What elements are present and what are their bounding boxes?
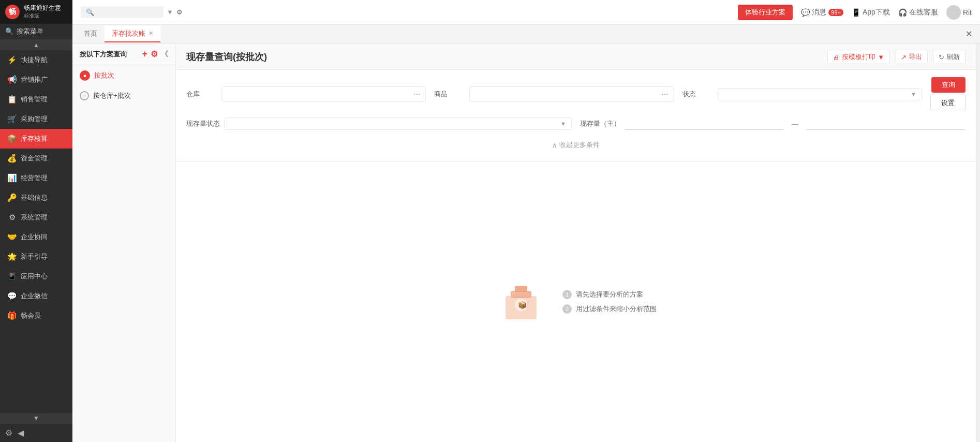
sidebar-item-2[interactable]: 📋 销售管理 (0, 90, 72, 109)
app-info: 畅康通好生意 标准版 (24, 4, 61, 20)
sidebar-footer: ⚙ ◀ (0, 423, 72, 442)
online-service-label: 在线客服 (909, 8, 938, 17)
right-panel: 现存量查询(按批次) 🖨 按模板打印 ▼ ↗ 导出 ↻ 刷新 (176, 43, 976, 442)
topbar-chevron-icon[interactable]: ▼ (167, 8, 173, 16)
sidebar-item-label-4: 库存核算 (21, 134, 48, 143)
left-panel-item-active-dot: ● (80, 70, 90, 81)
tip-text-2: 用过滤条件来缩小分析范围 (576, 304, 657, 314)
page-header-actions: 🖨 按模板打印 ▼ ↗ 导出 ↻ 刷新 (827, 50, 966, 64)
collapse-more-btn[interactable]: ∧ 收起更多条件 (186, 136, 966, 154)
warehouse-input[interactable]: ··· (221, 86, 426, 102)
user-area[interactable]: Rit (946, 5, 972, 20)
tab-home-label: 首页 (84, 30, 97, 37)
inventory-qty-from[interactable] (625, 117, 784, 130)
app-download-label: App下载 (863, 8, 890, 17)
sidebar-item-4[interactable]: 📦 库存核算 (0, 129, 72, 149)
trial-btn[interactable]: 体验行业方案 (738, 5, 793, 20)
inventory-qty-dash: — (792, 120, 798, 128)
export-btn[interactable]: ↗ 导出 (895, 50, 928, 64)
page-header: 现存量查询(按批次) 🖨 按模板打印 ▼ ↗ 导出 ↻ 刷新 (176, 43, 976, 70)
query-btn[interactable]: 查询 (931, 77, 966, 93)
topbar-search-box[interactable]: 🔍 (81, 6, 164, 18)
sidebar-item-label-12: 企业微信 (21, 291, 48, 301)
sidebar-scroll-up[interactable]: ▲ (0, 40, 72, 50)
sidebar-item-label-11: 应用中心 (21, 272, 48, 281)
sidebar-item-label-8: 系统管理 (21, 213, 48, 222)
sidebar-item-13[interactable]: 🎁 畅会员 (0, 306, 72, 326)
sidebar-item-icon-13: 🎁 (7, 311, 17, 320)
sidebar-item-icon-8: ⚙ (7, 213, 17, 222)
empty-illustration: 📦 (495, 275, 547, 329)
right-scrollbar[interactable] (976, 43, 980, 442)
sidebar-item-3[interactable]: 🛒 采购管理 (0, 109, 72, 129)
left-panel-item-warehouse-batch[interactable]: ○ 按仓库+批次 (72, 86, 175, 106)
topbar-search-icon: 🔍 (86, 8, 94, 16)
sidebar-search[interactable]: 🔍 搜索菜单 (0, 24, 72, 40)
left-panel-item-batch[interactable]: ● 按批次 (72, 65, 175, 86)
left-panel-header: 按以下方案查询 + ⚙ 《 (72, 43, 175, 65)
sidebar-header: 畅 畅康通好生意 标准版 (0, 0, 72, 24)
filter-warehouse: 仓库 ··· (186, 86, 426, 102)
filter-area: 仓库 ··· 商品 ··· 状态 (176, 70, 976, 161)
svg-rect-1 (511, 291, 531, 298)
left-panel-settings-icon[interactable]: ⚙ (151, 49, 158, 59)
tab-close-icon[interactable]: ✕ (149, 30, 153, 37)
sidebar-item-6[interactable]: 📊 经营管理 (0, 168, 72, 188)
warehouse-label: 仓库 (186, 90, 217, 99)
tab-home[interactable]: 首页 (77, 26, 105, 42)
sidebar-item-icon-9: 🤝 (7, 232, 17, 242)
sidebar-search-label: 搜索菜单 (17, 27, 43, 36)
warehouse-dots[interactable]: ··· (413, 90, 420, 99)
tab-inventory[interactable]: 库存批次账 ✕ (105, 26, 160, 42)
status-select[interactable]: ▼ (718, 88, 922, 100)
left-panel-tools: + ⚙ 《 (142, 49, 168, 60)
product-input[interactable]: ··· (469, 86, 674, 102)
sidebar-item-7[interactable]: 🔑 基础信息 (0, 188, 72, 208)
sidebar-gear-icon[interactable]: ⚙ (5, 428, 12, 438)
sidebar-scroll-down[interactable]: ▼ (0, 413, 72, 423)
refresh-icon: ↻ (939, 53, 944, 61)
inventory-qty-to[interactable] (806, 117, 966, 130)
sidebar-item-5[interactable]: 💰 资金管理 (0, 149, 72, 168)
sidebar-item-icon-1: 📢 (7, 75, 17, 84)
sidebar-item-8[interactable]: ⚙ 系统管理 (0, 208, 72, 227)
search-icon: 🔍 (5, 27, 13, 35)
sidebar-item-icon-3: 🛒 (7, 114, 17, 124)
app-download-btn[interactable]: 📱 App下载 (852, 8, 890, 17)
left-panel-item-warehouse-batch-label: 按仓库+批次 (93, 91, 131, 100)
empty-tips: 1 请先选择要分析的方案 2 用过滤条件来缩小分析范围 (562, 290, 657, 314)
sidebar-item-icon-12: 💬 (7, 291, 17, 301)
sidebar-item-9[interactable]: 🤝 企业协同 (0, 227, 72, 247)
product-dots[interactable]: ··· (661, 90, 668, 99)
message-icon: 💬 (801, 8, 810, 17)
print-btn[interactable]: 🖨 按模板打印 ▼ (827, 50, 890, 64)
sidebar-item-label-0: 快捷导航 (21, 55, 48, 65)
left-panel-add-icon[interactable]: + (142, 49, 147, 60)
sidebar-item-12[interactable]: 💬 企业微信 (0, 286, 72, 306)
panel-close-btn[interactable]: ✕ (961, 27, 976, 41)
main-area: 🔍 ▼ ⚙ 体验行业方案 💬 消息 99+ 📱 App下载 🎧 在线客服 (72, 0, 980, 442)
sidebar-item-0[interactable]: ⚡ 快捷导航 (0, 50, 72, 70)
online-service-btn[interactable]: 🎧 在线客服 (898, 8, 938, 17)
collapse-more-icon: ∧ (552, 141, 557, 149)
inventory-status-select[interactable]: ▼ (224, 117, 572, 130)
message-btn[interactable]: 💬 消息 99+ (801, 8, 843, 17)
inventory-status-chevron: ▼ (560, 121, 566, 127)
sidebar-item-icon-6: 📊 (7, 173, 17, 183)
collapse-more-label: 收起更多条件 (559, 140, 600, 150)
refresh-btn[interactable]: ↻ 刷新 (933, 50, 966, 64)
topbar-settings-icon[interactable]: ⚙ (176, 8, 183, 16)
filter-product: 商品 ··· (434, 86, 674, 102)
sidebar-item-1[interactable]: 📢 营销推广 (0, 70, 72, 90)
sidebar-item-11[interactable]: 📱 应用中心 (0, 267, 72, 286)
sidebar-item-label-2: 销售管理 (21, 95, 48, 104)
left-panel-collapse-icon[interactable]: 《 (161, 50, 168, 59)
sidebar-item-10[interactable]: 🌟 新手引导 (0, 247, 72, 267)
sidebar-collapse-icon[interactable]: ◀ (18, 428, 24, 438)
sidebar-item-label-1: 营销推广 (21, 75, 48, 84)
filter-settings-btn[interactable]: 设置 (930, 95, 966, 111)
svg-rect-2 (515, 286, 527, 292)
sidebar-item-label-9: 企业协同 (21, 232, 48, 242)
filter-status: 状态 ▼ (682, 88, 922, 100)
sidebar-item-icon-5: 💰 (7, 154, 17, 163)
